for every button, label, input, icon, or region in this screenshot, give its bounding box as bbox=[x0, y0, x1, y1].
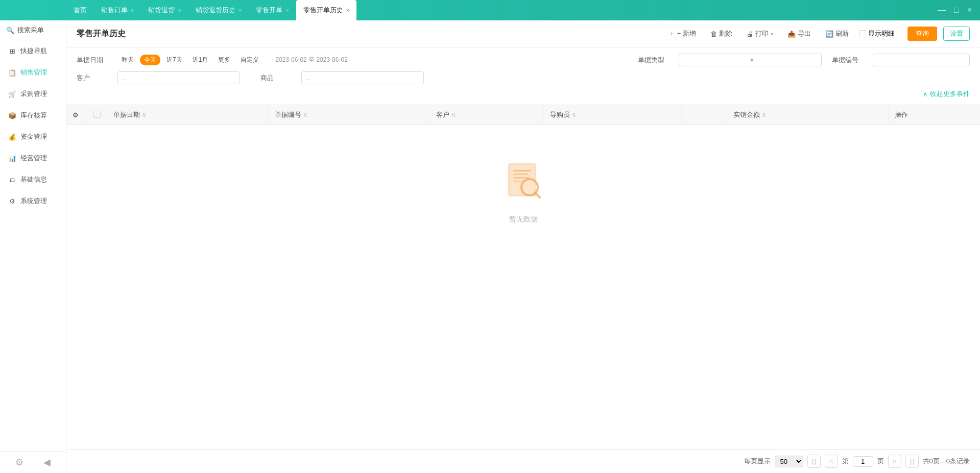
page-title: 零售开单历史 bbox=[77, 29, 126, 39]
sidebar-item-operations-mgmt[interactable]: 📊 经营管理 bbox=[0, 147, 66, 169]
delete-button[interactable]: 🗑 删除 bbox=[706, 27, 736, 40]
operations-mgmt-icon: 📊 bbox=[8, 154, 16, 162]
date-btn-yesterday[interactable]: 昨天 bbox=[117, 55, 138, 65]
add-button[interactable]: ＋ + 新增 bbox=[664, 27, 700, 40]
sidebar-item-quick-nav[interactable]: ⊞ 快捷导航 bbox=[0, 40, 66, 62]
toolbar-divider bbox=[901, 30, 901, 38]
goods-placeholder: ... bbox=[306, 74, 419, 82]
empty-text: 暂无数据 bbox=[509, 215, 538, 224]
date-btn-custom[interactable]: 自定义 bbox=[236, 55, 263, 65]
goods-filter-label: 商品 bbox=[260, 73, 291, 83]
page-label-prefix: 第 bbox=[842, 457, 849, 466]
filter-row-2: 客户 ... 商品 ... bbox=[77, 71, 970, 84]
sidebar-item-sales-mgmt[interactable]: 📋 销售管理 bbox=[0, 62, 66, 83]
th-spacer bbox=[682, 105, 727, 125]
first-page-button[interactable]: ⟨⟨ bbox=[807, 455, 821, 468]
export-button[interactable]: 📤 导出 bbox=[783, 27, 815, 40]
tab-close-sales-order[interactable]: × bbox=[131, 7, 134, 13]
tab-home[interactable]: 首页 bbox=[66, 0, 94, 20]
tab-retail-open[interactable]: 零售开单 × bbox=[249, 0, 296, 20]
tab-sales-return-history[interactable]: 销货退货历史 × bbox=[188, 0, 249, 20]
window-close-icon[interactable]: × bbox=[967, 6, 972, 15]
toolbar: ＋ + 新增 🗑 删除 🖨 打印 ▾ 📤 导出 🔄 bbox=[664, 27, 970, 41]
sidebar-search[interactable]: 🔍 搜索采单 bbox=[0, 20, 66, 40]
inventory-icon: 📦 bbox=[8, 111, 16, 119]
table-body: 暂无数据 bbox=[66, 125, 980, 255]
filter-area: 单据日期 昨天 今天 近7天 近1月 更多 自定义 2023-06-02 至 2… bbox=[66, 47, 980, 105]
goods-select[interactable]: ... bbox=[301, 71, 424, 84]
date-btn-month[interactable]: 近1月 bbox=[188, 55, 212, 65]
bill-no-label: 单据编号 bbox=[832, 56, 863, 65]
sort-date-icon[interactable]: ⇅ bbox=[142, 112, 146, 118]
query-button[interactable]: 查询 bbox=[907, 27, 937, 41]
tab-close-sales-return-history[interactable]: × bbox=[238, 7, 242, 13]
minimize-icon[interactable]: — bbox=[938, 6, 946, 15]
maximize-icon[interactable]: □ bbox=[954, 6, 959, 15]
system-mgmt-icon: ⚙ bbox=[8, 197, 16, 205]
bill-type-select[interactable]: ▾ bbox=[679, 54, 822, 66]
bill-no-input[interactable] bbox=[873, 54, 970, 66]
date-filter-label: 单据日期 bbox=[77, 56, 107, 65]
svg-rect-5 bbox=[513, 181, 523, 182]
date-btn-today[interactable]: 今天 bbox=[140, 55, 160, 65]
th-checkbox[interactable] bbox=[87, 105, 107, 125]
empty-state-icon bbox=[498, 156, 549, 207]
collapse-button[interactable]: ∧ 收起更多条件 bbox=[923, 89, 970, 98]
next-page-button[interactable]: ＞ bbox=[888, 455, 901, 468]
basic-info-icon: 🗂 bbox=[8, 176, 16, 184]
pagination-bar: 每页显示 10 20 50 100 ⟨⟨ ＜ 第 页 ＞ ⟩⟩ 共0页，0条记录 bbox=[66, 449, 980, 473]
svg-rect-2 bbox=[513, 170, 531, 171]
select-all-checkbox[interactable] bbox=[93, 111, 101, 118]
collapse-row: ∧ 收起更多条件 bbox=[77, 89, 970, 98]
display-detail-toggle[interactable]: 显示明细 bbox=[859, 29, 895, 38]
sort-bill-no-icon[interactable]: ⇅ bbox=[303, 112, 307, 118]
per-page-label: 每页显示 bbox=[744, 457, 771, 466]
print-button[interactable]: 🖨 打印 ▾ bbox=[743, 27, 777, 40]
tab-retail-open-history[interactable]: 零售开单历史 × bbox=[296, 0, 356, 20]
tab-close-sales-return[interactable]: × bbox=[178, 7, 181, 13]
tab-sales-order[interactable]: 销售订单 × bbox=[94, 0, 141, 20]
display-detail-checkbox[interactable] bbox=[859, 30, 866, 37]
sidebar-item-inventory[interactable]: 📦 库存核算 bbox=[0, 105, 66, 126]
last-page-button[interactable]: ⟩⟩ bbox=[905, 455, 919, 468]
page-number-input[interactable] bbox=[853, 456, 873, 467]
empty-row: 暂无数据 bbox=[66, 125, 980, 255]
refresh-button[interactable]: 🔄 刷新 bbox=[821, 27, 853, 40]
th-guide: 导购员 ⇅ bbox=[544, 105, 682, 125]
customer-filter-label: 客户 bbox=[77, 73, 107, 83]
date-btn-more[interactable]: 更多 bbox=[214, 55, 234, 65]
sort-guide-icon[interactable]: ⇅ bbox=[572, 112, 576, 118]
sidebar-item-basic-info[interactable]: 🗂 基础信息 bbox=[0, 169, 66, 190]
tab-close-retail-open[interactable]: × bbox=[285, 7, 289, 13]
settings-gear-icon[interactable]: ⚙ bbox=[15, 457, 23, 468]
sort-amount-icon[interactable]: ⇅ bbox=[762, 112, 766, 118]
date-range-display: 2023-06-02 至 2023-06-02 bbox=[275, 56, 347, 64]
prev-page-button[interactable]: ＜ bbox=[825, 455, 838, 468]
add-icon: ＋ bbox=[668, 29, 675, 38]
quick-nav-icon: ⊞ bbox=[8, 47, 16, 55]
th-settings[interactable]: ⚙ bbox=[66, 105, 87, 125]
sidebar-item-purchase-mgmt[interactable]: 🛒 采购管理 bbox=[0, 83, 66, 105]
tab-sales-return[interactable]: 销货退货 × bbox=[141, 0, 188, 20]
date-btn-7days[interactable]: 近7天 bbox=[162, 55, 186, 65]
sidebar-item-system-mgmt[interactable]: ⚙ 系统管理 bbox=[0, 190, 66, 212]
customer-placeholder: ... bbox=[122, 74, 235, 82]
collapse-up-icon: ∧ bbox=[923, 90, 928, 98]
filter-row-1: 单据日期 昨天 今天 近7天 近1月 更多 自定义 2023-06-02 至 2… bbox=[77, 54, 970, 66]
customer-select[interactable]: ... bbox=[117, 71, 240, 84]
table-header-row: ⚙ 单据日期 ⇅ 单据编号 bbox=[66, 105, 980, 125]
delete-icon: 🗑 bbox=[710, 30, 717, 38]
settings-button[interactable]: 设置 bbox=[943, 27, 970, 41]
sidebar-bottom: ⚙ ◀ bbox=[0, 451, 66, 473]
tab-close-retail-open-history[interactable]: × bbox=[346, 7, 349, 13]
sidebar-collapse-icon[interactable]: ◀ bbox=[43, 457, 51, 468]
bill-type-label: 单据类型 bbox=[638, 56, 668, 65]
search-icon: 🔍 bbox=[6, 27, 14, 34]
finance-mgmt-icon: 💰 bbox=[8, 133, 16, 141]
sidebar-item-finance-mgmt[interactable]: 💰 资金管理 bbox=[0, 126, 66, 147]
page-size-select[interactable]: 10 20 50 100 bbox=[775, 456, 803, 467]
total-info: 共0页，0条记录 bbox=[923, 457, 970, 466]
th-date: 单据日期 ⇅ bbox=[107, 105, 268, 125]
th-customer: 客户 ⇅ bbox=[429, 105, 544, 125]
sort-customer-icon[interactable]: ⇅ bbox=[451, 112, 456, 118]
